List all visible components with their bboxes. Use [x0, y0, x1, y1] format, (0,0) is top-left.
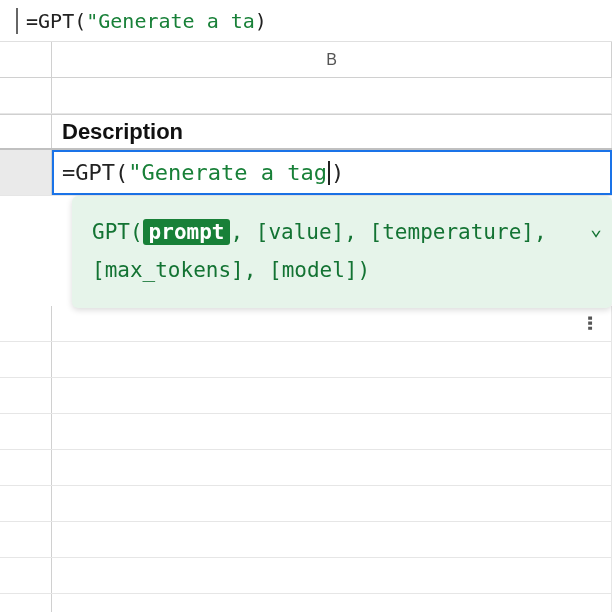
row-gutter[interactable]	[0, 594, 52, 612]
tooltip-close-paren: )	[358, 258, 371, 282]
cell-function-name: GPT	[75, 160, 115, 185]
more-icon[interactable]: ⋯	[568, 315, 612, 329]
cell-empty[interactable]	[52, 378, 612, 413]
cell-empty[interactable]	[52, 594, 612, 612]
formula-string: "Generate a ta	[86, 9, 255, 33]
cell-open-paren: (	[115, 160, 128, 185]
row-gutter[interactable]	[0, 306, 52, 341]
row-gutter[interactable]	[0, 450, 52, 485]
cell-empty[interactable]	[52, 342, 612, 377]
row-gutter[interactable]	[0, 342, 52, 377]
text-cursor	[328, 161, 330, 185]
cell-empty[interactable]	[52, 486, 612, 521]
tooltip-param-max-tokens: [max_tokens]	[92, 258, 244, 282]
column-header-b[interactable]: B	[52, 42, 612, 77]
tooltip-open-paren: (	[130, 220, 143, 244]
row-gutter[interactable]	[0, 78, 52, 113]
sheet-body: Description = GPT ( "Generate a tag ) GP…	[0, 78, 612, 612]
tooltip-param-prompt: prompt	[143, 219, 231, 245]
row-gutter[interactable]	[0, 115, 52, 148]
cell-empty[interactable]	[52, 450, 612, 485]
cell-empty[interactable]	[52, 414, 612, 449]
cell-equals: =	[62, 160, 75, 185]
row-gutter-active[interactable]	[0, 150, 52, 195]
tooltip-param-temperature: [temperature]	[370, 220, 534, 244]
cell-close-paren: )	[331, 160, 344, 185]
formula-function-name: GPT	[38, 9, 74, 33]
row-gutter[interactable]	[0, 414, 52, 449]
function-tooltip: GPT(prompt, [value], [temperature], [max…	[72, 196, 612, 308]
formula-open-paren: (	[74, 9, 86, 33]
editing-cell[interactable]: = GPT ( "Generate a tag )	[52, 150, 612, 195]
formula-equals: =	[26, 9, 38, 33]
row-gutter[interactable]	[0, 486, 52, 521]
row-gutter[interactable]	[0, 558, 52, 593]
column-header-row: B	[0, 42, 612, 78]
row-gutter[interactable]	[0, 378, 52, 413]
cell-header-description[interactable]: Description	[52, 115, 612, 148]
formula-bar[interactable]: = GPT ( "Generate a ta )	[0, 0, 612, 42]
row-gutter[interactable]	[0, 522, 52, 557]
chevron-down-icon[interactable]: ⌄	[590, 210, 602, 246]
tooltip-function-name: GPT	[92, 220, 130, 244]
cell-empty[interactable]	[52, 558, 612, 593]
corner-cell[interactable]	[0, 42, 52, 77]
tooltip-param-model: [model]	[269, 258, 358, 282]
formula-close-paren: )	[255, 9, 267, 33]
cell-empty[interactable]	[52, 78, 612, 113]
cell-empty[interactable]	[52, 522, 612, 557]
tooltip-param-value: [value]	[256, 220, 345, 244]
cell-string: "Generate a tag	[128, 160, 327, 185]
formula-bar-cursor	[16, 8, 18, 34]
cell-empty[interactable]	[52, 306, 612, 341]
